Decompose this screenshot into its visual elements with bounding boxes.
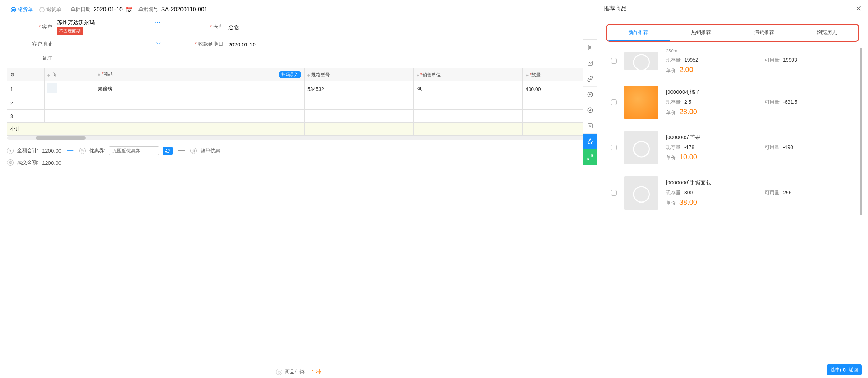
cell-unit[interactable]: 包 (413, 81, 522, 97)
product-title: 250ml (666, 48, 856, 53)
sales-order-panel: 销货单 退货单 单据日期 2020-01-10 📅 单据编号 SA-202001… (0, 0, 597, 378)
product-image: ◯ (624, 52, 658, 70)
product-checkbox[interactable] (611, 99, 617, 105)
tab-history[interactable]: 浏览历史 (796, 25, 858, 41)
cell-qty[interactable]: 400.00 (522, 81, 589, 97)
tab-sales-label: 销货单 (18, 6, 33, 13)
due-label: 收款到期日 (164, 41, 228, 47)
back-label: 返回 (849, 367, 858, 373)
svg-line-11 (588, 158, 589, 160)
scan-entry-button[interactable]: 扫码录入 (279, 71, 301, 78)
selected-return-button[interactable]: 选中(0) 返回 (827, 364, 862, 375)
customer-label: 客户 (7, 24, 57, 30)
column-qty[interactable]: ◆*数量 (522, 68, 589, 81)
column-product[interactable]: ◆*商品 扫码录入 (95, 68, 304, 81)
doc-no-value: SA-20200110-001 (161, 6, 208, 13)
warehouse-value: 总仓 (228, 24, 239, 31)
side-expand-button[interactable] (583, 149, 597, 165)
cell-spec[interactable]: 534532 (304, 81, 413, 97)
remark-input[interactable] (57, 53, 275, 62)
product-checkbox[interactable] (611, 190, 617, 196)
deal-icon: 成 (7, 159, 14, 166)
svg-line-10 (591, 155, 593, 157)
order-type-tabs: 销货单 退货单 (7, 4, 65, 15)
coupon-label: 优惠券: (89, 148, 106, 154)
side-archive-button[interactable] (583, 102, 597, 118)
doc-no-label: 单据编号 (138, 6, 158, 13)
product-item[interactable]: ◯ [0000005]芒果 现存量 -178 可用量 -190 单价 10.00 (607, 125, 860, 170)
tab-slow[interactable]: 滞销推荐 (733, 25, 796, 41)
doc-date-label: 单据日期 (71, 6, 91, 13)
column-unit[interactable]: ◆*销售单位 (413, 68, 522, 81)
side-toolbar: ¥ (583, 39, 597, 165)
radio-icon (11, 7, 16, 12)
svg-text:¥: ¥ (589, 124, 591, 128)
product-title: [0000005]芒果 (666, 134, 856, 141)
table-row[interactable]: 3 (7, 110, 590, 123)
product-item[interactable]: ◯ 250ml 现存量 19952 可用量 19903 单价 2.00 (607, 48, 860, 80)
refresh-coupon-button[interactable] (163, 147, 173, 155)
kind-label: 商品种类： (285, 369, 310, 375)
tag-icon: ◌ (276, 369, 282, 375)
side-link-button[interactable] (583, 71, 597, 87)
table-row[interactable]: 1 果倍爽 534532 包 400.00 (7, 81, 590, 97)
amount-label: 金额合计: (17, 148, 39, 154)
order-items-table: ⚙ ◆商 ◆*商品 扫码录入 ◆规格型号 ◆*销售单位 ◆*数量 1 果倍爽 5… (7, 68, 590, 136)
product-thumb (47, 83, 57, 93)
product-checkbox[interactable] (611, 58, 617, 64)
discount-icon: 折 (190, 148, 197, 154)
tab-return-label: 退货单 (46, 6, 61, 13)
column-image[interactable]: ◆商 (44, 68, 95, 81)
product-list[interactable]: ◯ 250ml 现存量 19952 可用量 19903 单价 2.00 [000… (607, 48, 862, 215)
table-row[interactable]: 2 (7, 97, 590, 110)
customer-addr-select[interactable]: ﹀ (57, 40, 164, 48)
horizontal-scrollbar[interactable] (7, 136, 590, 140)
yen-icon: ¥ (7, 148, 14, 154)
product-item[interactable]: ◯ [0000006]手撕面包 现存量 300 可用量 256 单价 38.00 (607, 170, 860, 215)
due-value: 2020-01-10 (228, 41, 256, 47)
column-settings[interactable]: ⚙ (7, 68, 45, 81)
cell-name[interactable]: 果倍爽 (95, 81, 304, 97)
side-currency-button[interactable]: ¥ (583, 118, 597, 134)
doc-date-value[interactable]: 2020-01-10 (93, 6, 123, 13)
tab-return-order[interactable]: 退货单 (39, 6, 61, 13)
recommend-panel: 推荐商品 ✕ 新品推荐 热销推荐 滞销推荐 浏览历史 ◯ 250ml 现存量 1… (597, 0, 868, 378)
subtotal-row: 小计 (7, 123, 590, 136)
tab-sales-order[interactable]: 销货单 (11, 6, 33, 13)
final-label: 成交金额: (17, 159, 39, 166)
whole-discount-label: 整单优惠: (200, 148, 222, 154)
side-swap-button[interactable] (583, 87, 597, 102)
product-title: [0000004]橘子 (666, 89, 856, 96)
side-chart-button[interactable] (583, 55, 597, 71)
coupon-icon: 券 (79, 148, 86, 154)
customer-select[interactable]: 苏州万达沃尔玛 ··· (57, 19, 164, 26)
customer-addr-label: 客户地址 (7, 41, 57, 47)
product-checkbox[interactable] (611, 145, 617, 150)
close-icon[interactable]: ✕ (856, 4, 862, 13)
side-doc-button[interactable] (583, 40, 597, 55)
minus-icon: — (67, 147, 73, 154)
ellipsis-icon[interactable]: ··· (154, 20, 164, 26)
final-value: 1200.00 (42, 160, 61, 166)
remark-label: 备注 (7, 55, 57, 61)
calendar-icon[interactable]: 📅 (126, 6, 133, 13)
column-spec[interactable]: ◆规格型号 (304, 68, 413, 81)
product-image: ◯ (624, 176, 658, 210)
due-date-input[interactable]: 2020-01-10 (228, 41, 300, 47)
product-title: [0000006]手撕面包 (666, 179, 856, 186)
tab-hot[interactable]: 热销推荐 (670, 25, 732, 41)
kind-value: 1 种 (312, 369, 321, 375)
warehouse-select[interactable]: 总仓 (228, 24, 300, 31)
recommend-title: 推荐商品 (604, 5, 627, 12)
product-image: ◯ (624, 131, 658, 164)
radio-icon (39, 7, 45, 12)
product-image (624, 86, 658, 119)
tab-new[interactable]: 新品推荐 (607, 25, 670, 41)
gear-icon: ⚙ (10, 72, 15, 77)
account-period-badge: 不固定账期 (57, 27, 83, 35)
subtotal-label: 小计 (7, 123, 95, 136)
side-favorite-button[interactable] (583, 134, 597, 149)
product-item[interactable]: [0000004]橘子 现存量 2.5 可用量 -681.5 单价 28.00 (607, 80, 860, 125)
coupon-input[interactable] (109, 146, 159, 155)
svg-marker-9 (588, 139, 593, 144)
